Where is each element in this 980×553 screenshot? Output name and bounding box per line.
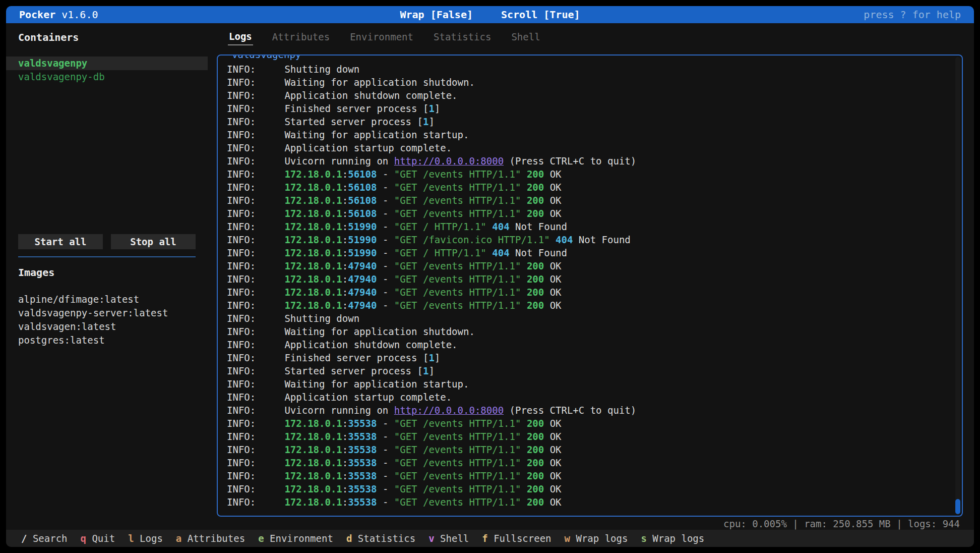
log-line: INFO: Application shutdown complete.: [227, 338, 953, 351]
log-line: INFO: 172.18.0.1:51990 - "GET / HTTP/1.1…: [227, 246, 953, 259]
app-title: Pockerv1.6.0: [19, 9, 98, 21]
footer-label: Shell: [435, 533, 469, 544]
tab-attributes[interactable]: Attributes: [271, 27, 331, 45]
tab-statistics[interactable]: Statistics: [433, 27, 492, 45]
body-row: Containers valdsvagenpyvaldsvagenpy-db S…: [6, 23, 974, 530]
wrap-status: Wrap [False]: [400, 9, 473, 21]
help-hint: press ? for help: [864, 9, 961, 21]
image-item[interactable]: postgres:latest: [18, 334, 196, 347]
scrollbar[interactable]: [955, 57, 960, 514]
log-line: INFO: 172.18.0.1:47940 - "GET /events HT…: [227, 299, 953, 312]
footer-key: d: [346, 533, 352, 544]
log-line: INFO: 172.18.0.1:51990 - "GET / HTTP/1.1…: [227, 220, 953, 233]
tab-logs[interactable]: Logs: [228, 27, 253, 45]
bulk-actions: Start all Stop all: [18, 234, 196, 249]
footer-label: Quit: [86, 533, 115, 544]
log-line: INFO: 172.18.0.1:56108 - "GET /events HT…: [227, 194, 953, 207]
main-area: LogsAttributesEnvironmentStatisticsShell…: [208, 23, 974, 530]
footer-label: Wrap logs: [647, 533, 704, 544]
log-line: INFO: Uvicorn running on http://0.0.0.0:…: [227, 154, 953, 168]
containers-title: Containers: [18, 31, 196, 43]
footer-label: Statistics: [352, 533, 415, 544]
log-line: INFO: Shutting down: [227, 63, 953, 76]
scroll-status: Scroll [True]: [501, 9, 580, 21]
log-line: INFO: 172.18.0.1:47940 - "GET /events HT…: [227, 272, 953, 286]
log-line: INFO: Finished server process [1]: [227, 102, 953, 115]
footer-label: Fullscreen: [488, 533, 552, 544]
log-line: INFO: Uvicorn running on http://0.0.0.0:…: [227, 404, 953, 417]
images-title: Images: [18, 266, 196, 279]
log-line: INFO: 172.18.0.1:35538 - "GET /events HT…: [227, 430, 953, 443]
log-line: INFO: Application startup complete.: [227, 391, 953, 404]
tab-environment[interactable]: Environment: [349, 27, 414, 45]
log-line: INFO: 172.18.0.1:35538 - "GET /events HT…: [227, 456, 953, 469]
tab-bar: LogsAttributesEnvironmentStatisticsShell: [217, 23, 963, 48]
log-line: INFO: 172.18.0.1:56108 - "GET /events HT…: [227, 181, 953, 194]
log-line: INFO: 172.18.0.1:35538 - "GET /events HT…: [227, 469, 953, 482]
log-line: INFO: Application shutdown complete.: [227, 89, 953, 102]
footer-key: f: [482, 533, 487, 544]
images-list: alpine/dfimage:latestvaldsvagenpy-server…: [18, 293, 196, 347]
footer-binding-wrap-logs[interactable]: w Wrap logs: [565, 533, 628, 544]
log-line: INFO: Started server process [1]: [227, 364, 953, 377]
log-line: INFO: 172.18.0.1:35538 - "GET /events HT…: [227, 417, 953, 430]
log-line: INFO: 172.18.0.1:56108 - "GET /events HT…: [227, 207, 953, 220]
footer-binding-fullscreen[interactable]: f Fullscreen: [482, 533, 551, 544]
log-lines: INFO: Shutting downINFO: Waiting for app…: [227, 63, 953, 509]
app-window: Pockerv1.6.0 Wrap [False]Scroll [True] p…: [6, 6, 974, 547]
footer-binding-wrap-logs[interactable]: s Wrap logs: [641, 533, 704, 544]
footer-keybar: / Searchq Quitl Logsa Attributese Enviro…: [6, 530, 974, 547]
app-version: v1.6.0: [62, 9, 98, 21]
footer-binding-attributes[interactable]: a Attributes: [176, 533, 245, 544]
image-item[interactable]: alpine/dfimage:latest: [18, 293, 196, 306]
start-all-button[interactable]: Start all: [18, 234, 103, 249]
app-name: Pocker: [19, 9, 55, 21]
footer-key: /: [21, 533, 27, 544]
footer-label: Environment: [264, 533, 333, 544]
footer-binding-quit[interactable]: q Quit: [81, 533, 115, 544]
header-status: Wrap [False]Scroll [True]: [6, 9, 974, 21]
log-line: INFO: Application startup complete.: [227, 141, 953, 154]
footer-key: a: [176, 533, 181, 544]
log-line: INFO: 172.18.0.1:35538 - "GET /events HT…: [227, 443, 953, 456]
containers-list: valdsvagenpyvaldsvagenpy-db: [6, 57, 208, 234]
tab-shell[interactable]: Shell: [510, 27, 541, 45]
sidebar-divider: [18, 256, 196, 257]
log-panel[interactable]: valdsvagenpy INFO: Shutting downINFO: Wa…: [217, 54, 963, 517]
header-bar: Pockerv1.6.0 Wrap [False]Scroll [True] p…: [6, 6, 974, 23]
container-item[interactable]: valdsvagenpy: [6, 57, 208, 70]
scrollbar-thumb[interactable]: [955, 499, 960, 514]
log-line: INFO: Shutting down: [227, 312, 953, 325]
log-line: INFO: Waiting for application shutdown.: [227, 76, 953, 89]
log-line: INFO: 172.18.0.1:56108 - "GET /events HT…: [227, 168, 953, 181]
footer-label: Wrap logs: [570, 533, 628, 544]
container-item[interactable]: valdsvagenpy-db: [6, 70, 208, 84]
footer-key: v: [428, 533, 434, 544]
stop-all-button[interactable]: Stop all: [111, 234, 196, 249]
log-line: INFO: Waiting for application startup.: [227, 128, 953, 141]
footer-binding-search[interactable]: / Search: [21, 533, 68, 544]
image-item[interactable]: valdsvagen:latest: [18, 320, 196, 334]
log-line: INFO: Finished server process [1]: [227, 351, 953, 364]
footer-label: Attributes: [181, 533, 245, 544]
resource-stats: cpu: 0.005% | ram: 250.855 MB | logs: 94…: [217, 518, 963, 530]
footer-binding-environment[interactable]: e Environment: [258, 533, 333, 544]
footer-binding-shell[interactable]: v Shell: [428, 533, 469, 544]
footer-key: l: [128, 533, 134, 544]
footer-key: w: [565, 533, 570, 544]
log-line: INFO: 172.18.0.1:47940 - "GET /events HT…: [227, 286, 953, 299]
image-item[interactable]: valdsvagenpy-server:latest: [18, 306, 196, 320]
footer-label: Search: [27, 533, 67, 544]
footer-binding-logs[interactable]: l Logs: [128, 533, 163, 544]
log-line: INFO: Waiting for application startup.: [227, 377, 953, 391]
footer-key: s: [641, 533, 646, 544]
footer-label: Logs: [134, 533, 163, 544]
footer-binding-statistics[interactable]: d Statistics: [346, 533, 415, 544]
log-line: INFO: 172.18.0.1:35538 - "GET /events HT…: [227, 482, 953, 495]
log-line: INFO: 172.18.0.1:35538 - "GET /events HT…: [227, 495, 953, 509]
log-line: INFO: 172.18.0.1:47940 - "GET /events HT…: [227, 259, 953, 272]
sidebar: Containers valdsvagenpyvaldsvagenpy-db S…: [6, 23, 208, 530]
log-line: INFO: 172.18.0.1:51990 - "GET /favicon.i…: [227, 233, 953, 246]
footer-key: e: [258, 533, 264, 544]
log-panel-title: valdsvagenpy: [227, 54, 306, 60]
